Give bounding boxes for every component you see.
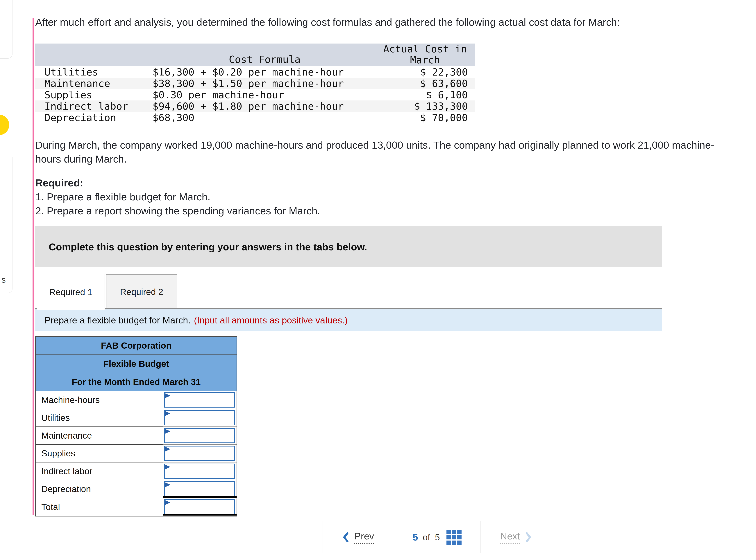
sidebar-card — [0, 248, 13, 293]
cost-table-header-blank — [35, 43, 153, 66]
budget-input-box-maintenance — [164, 428, 235, 443]
required-block: Required: 1. Prepare a flexible budget f… — [35, 176, 320, 218]
budget-input-cell-maintenance — [163, 427, 236, 445]
bottom-rule-line — [163, 514, 236, 516]
budget-label-total: Total — [36, 498, 163, 516]
ct-formula-indirect-labor: $94,600 + $1.80 per machine-hour — [153, 100, 347, 112]
nav-separator-line — [0, 517, 756, 517]
sidebar-card — [0, 157, 13, 204]
budget-input-maintenance[interactable] — [165, 429, 234, 442]
budget-row-supplies: Supplies — [36, 445, 236, 462]
budget-label-utilities: Utilities — [36, 409, 163, 427]
required-items: 1. Prepare a flexible budget for March.2… — [35, 190, 320, 218]
flexible-budget-table: FAB CorporationFlexible BudgetFor the Mo… — [35, 336, 237, 517]
budget-row-depreciation: Depreciation — [36, 480, 236, 498]
cost-row-utilities: Utilities$16,300 + $0.20 per machine-hou… — [35, 66, 475, 78]
actual-cost-header-line2: March — [410, 55, 440, 65]
ct-label-depreciation: Depreciation — [35, 112, 153, 123]
tab-required-1[interactable]: Required 1 — [37, 274, 105, 310]
budget-input-box-indirect-labor — [164, 464, 235, 479]
cost-row-supplies: Supplies$0.30 per machine-hour$ 6,100 — [35, 89, 475, 100]
notification-dot — [0, 115, 9, 135]
budget-input-cell-supplies — [163, 445, 236, 462]
required-label: Required: — [35, 176, 320, 190]
ct-label-indirect-labor: Indirect labor — [35, 100, 153, 112]
budget-input-box-total — [164, 499, 235, 515]
budget-input-cell-indirect-labor — [163, 462, 236, 480]
ct-actual-utilities: $ 22,300 — [347, 66, 475, 78]
ct-formula-depreciation: $68,300 — [153, 112, 347, 123]
budget-input-box-machine-hours — [164, 392, 235, 407]
budget-row-maintenance: Maintenance — [36, 427, 236, 445]
required-item-1: 1. Prepare a flexible budget for March. — [35, 190, 320, 204]
next-label[interactable]: Next — [500, 531, 520, 544]
cost-formula-table: Cost Formula Actual Cost in March Utilit… — [35, 43, 475, 123]
ct-label-utilities: Utilities — [35, 66, 153, 78]
question-intro: After much effort and analysis, you dete… — [35, 16, 620, 28]
chevron-left-icon — [342, 532, 349, 542]
budget-input-total[interactable] — [165, 500, 234, 514]
total-pages: 5 — [435, 532, 440, 542]
connect-question-page: s After much effort and analysis, you de… — [0, 0, 756, 560]
scenario-paragraph: During March, the company worked 19,000 … — [35, 138, 730, 166]
question-grid-icon[interactable] — [446, 530, 462, 545]
ct-label-maintenance: Maintenance — [35, 78, 153, 89]
page-of-label: of — [423, 532, 430, 542]
instruction-warning: (Input all amounts as positive values.) — [191, 315, 348, 326]
budget-row-utilities: Utilities — [36, 409, 236, 427]
budget-label-indirect-labor: Indirect labor — [36, 462, 163, 480]
budget-table-titles: FAB CorporationFlexible BudgetFor the Mo… — [36, 337, 236, 391]
budget-title-fab-corporation: FAB Corporation — [36, 337, 236, 355]
cost-table-rows: Utilities$16,300 + $0.20 per machine-hou… — [35, 66, 475, 123]
sidebar-card — [0, 0, 13, 59]
cost-row-depreciation: Depreciation$68,300$ 70,000 — [35, 112, 475, 123]
budget-input-utilities[interactable] — [165, 411, 234, 425]
next-button[interactable]: Next — [481, 522, 552, 552]
budget-row-machine-hours: Machine-hours — [36, 391, 236, 409]
budget-input-indirect-labor[interactable] — [165, 464, 234, 478]
chevron-right-icon — [525, 532, 532, 542]
pink-guide-line — [33, 18, 34, 515]
ct-actual-supplies: $ 6,100 — [347, 89, 475, 101]
budget-label-supplies: Supplies — [36, 445, 163, 462]
actual-cost-column-header: Actual Cost in March — [347, 43, 475, 66]
sidebar-text-fragment: s — [1, 275, 6, 285]
ct-actual-depreciation: $ 70,000 — [347, 112, 475, 123]
ct-formula-utilities: $16,300 + $0.20 per machine-hour — [153, 66, 347, 78]
budget-input-box-depreciation — [164, 481, 235, 497]
budget-input-cell-total — [163, 498, 236, 516]
budget-label-depreciation: Depreciation — [36, 480, 163, 498]
budget-input-depreciation[interactable] — [165, 482, 234, 496]
ct-formula-maintenance: $38,300 + $1.50 per machine-hour — [153, 78, 347, 89]
budget-row-total: Total — [36, 498, 236, 516]
budget-row-indirect-labor: Indirect labor — [36, 462, 236, 480]
cost-table-header: Cost Formula Actual Cost in March — [35, 43, 475, 66]
instruction-text: Prepare a flexible budget for March. — [35, 315, 191, 326]
current-page-number: 5 — [413, 532, 418, 543]
nav-divider — [552, 521, 552, 553]
tab-underline — [35, 308, 662, 309]
budget-input-machine-hours[interactable] — [165, 393, 234, 407]
budget-input-cell-machine-hours — [163, 391, 236, 409]
budget-input-cell-utilities — [163, 409, 236, 427]
budget-input-box-utilities — [164, 410, 235, 425]
budget-title-flexible-budget: Flexible Budget — [36, 355, 236, 373]
budget-label-machine-hours: Machine-hours — [36, 391, 163, 409]
sidebar-card — [0, 203, 13, 249]
ct-formula-supplies: $0.30 per machine-hour — [153, 89, 347, 101]
budget-input-box-supplies — [164, 446, 235, 461]
ct-actual-maintenance: $ 63,600 — [347, 78, 475, 89]
budget-title-for-the-month-ended-march-31: For the Month Ended March 31 — [36, 373, 236, 391]
required-item-2: 2. Prepare a report showing the spending… — [35, 204, 320, 218]
banner-text: Complete this question by entering your … — [35, 241, 367, 253]
tab-required-2[interactable]: Required 2 — [106, 274, 177, 309]
actual-cost-header-line1: Actual Cost in — [383, 43, 467, 55]
budget-input-supplies[interactable] — [165, 446, 234, 460]
page-indicator: 5 of 5 — [394, 522, 481, 552]
prev-label[interactable]: Prev — [354, 531, 374, 544]
prev-button[interactable]: Prev — [323, 522, 394, 552]
single-rule-line — [163, 496, 236, 498]
ct-label-supplies: Supplies — [35, 89, 153, 101]
cost-row-maintenance: Maintenance$38,300 + $1.50 per machine-h… — [35, 78, 475, 89]
budget-label-maintenance: Maintenance — [36, 427, 163, 445]
